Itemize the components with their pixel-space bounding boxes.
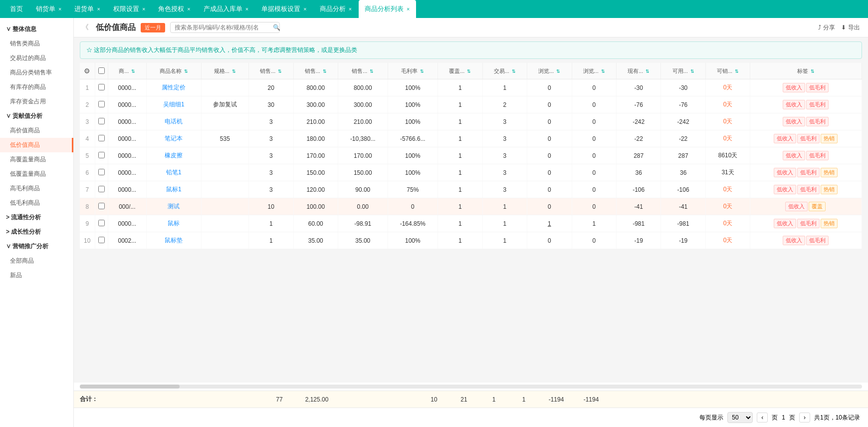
next-page-button[interactable]: › bbox=[799, 413, 810, 423]
export-button[interactable]: ⬇ 导出 bbox=[841, 23, 860, 32]
sidebar-item-low-coverage[interactable]: 低覆盖量商品 bbox=[0, 167, 73, 181]
trade-count: 3 bbox=[482, 147, 527, 164]
product-name[interactable]: 铅笔1 bbox=[147, 164, 202, 181]
settings-icon[interactable]: ⚙ bbox=[84, 67, 90, 75]
sidebar-item-category-rate[interactable]: 商品分类销售率 bbox=[0, 65, 73, 80]
margin-rate: -164.85% bbox=[388, 215, 438, 232]
close-icon[interactable]: × bbox=[245, 6, 248, 12]
sidebar-item-low-margin[interactable]: 低毛利商品 bbox=[0, 196, 73, 210]
nav-purchase-order[interactable]: 进货单 × bbox=[68, 0, 106, 18]
select-all-checkbox[interactable] bbox=[98, 67, 105, 74]
sidebar-group-circulation[interactable]: > 流通性分析 bbox=[0, 210, 73, 225]
sidebar-item-sales-products[interactable]: 销售类商品 bbox=[0, 36, 73, 51]
row-checkbox-cell[interactable] bbox=[95, 96, 108, 113]
close-icon[interactable]: × bbox=[142, 6, 145, 12]
sidebar-group-growth[interactable]: > 成长性分析 bbox=[0, 225, 73, 239]
row-checkbox-cell[interactable] bbox=[95, 181, 108, 198]
sidebar-item-stock-products[interactable]: 有库存的商品 bbox=[0, 80, 73, 94]
sidebar-group-overall[interactable]: ∨ 整体信息 bbox=[0, 22, 73, 36]
sidebar-item-high-margin[interactable]: 高毛利商品 bbox=[0, 181, 73, 196]
sidebar-item-new-products[interactable]: 新品 bbox=[0, 268, 73, 283]
available-stock: -106 bbox=[661, 181, 705, 198]
row-checkbox-cell[interactable] bbox=[95, 113, 108, 130]
current-stock: -19 bbox=[616, 232, 660, 249]
product-name[interactable]: 鼠标垫 bbox=[147, 232, 202, 249]
nav-permission[interactable]: 权限设置 × bbox=[107, 0, 151, 18]
sellable-days: 0天 bbox=[705, 96, 750, 113]
search-input[interactable] bbox=[170, 22, 280, 33]
row-checkbox[interactable] bbox=[98, 220, 105, 226]
sidebar-item-capital[interactable]: 库存资金占用 bbox=[0, 94, 73, 109]
nav-product-stock[interactable]: 产成品入库单 × bbox=[198, 0, 254, 18]
row-checkbox[interactable] bbox=[98, 135, 105, 141]
row-checkbox[interactable] bbox=[98, 169, 105, 175]
nav-role-auth[interactable]: 角色授权 × bbox=[152, 0, 196, 18]
sidebar-item-all-products[interactable]: 全部商品 bbox=[0, 254, 73, 268]
nav-template[interactable]: 单据模板设置 × bbox=[255, 0, 312, 18]
close-icon[interactable]: × bbox=[187, 6, 190, 12]
product-name[interactable]: 属性定价 bbox=[147, 79, 202, 96]
sidebar-item-high-value[interactable]: 高价值商品 bbox=[0, 123, 73, 138]
nav-sales-order[interactable]: 销货单 × bbox=[30, 0, 67, 18]
margin-rate: 100% bbox=[388, 113, 438, 130]
row-checkbox-cell[interactable] bbox=[95, 147, 108, 164]
footer-trade: 21 bbox=[449, 396, 479, 403]
prev-page-button[interactable]: ‹ bbox=[757, 413, 768, 423]
row-checkbox[interactable] bbox=[98, 101, 105, 107]
coverage: 1 bbox=[438, 232, 482, 249]
nav-product-analysis[interactable]: 商品分析 × bbox=[314, 0, 358, 18]
product-code: 0000... bbox=[108, 164, 147, 181]
row-checkbox-cell[interactable] bbox=[95, 130, 108, 147]
nav-home[interactable]: 首页 bbox=[4, 0, 29, 18]
row-checkbox[interactable] bbox=[98, 237, 105, 243]
page-size-select[interactable]: 50 100 200 bbox=[727, 412, 753, 423]
footer-coverage: 10 bbox=[419, 396, 449, 403]
sales-qty: 3 bbox=[249, 181, 293, 198]
scrollbar-area[interactable] bbox=[74, 383, 868, 391]
row-checkbox[interactable] bbox=[98, 186, 105, 192]
row-checkbox-cell[interactable] bbox=[95, 79, 108, 96]
col-trade: 交易... ⇅ bbox=[482, 63, 527, 79]
product-name[interactable]: 鼠标1 bbox=[147, 181, 202, 198]
time-tag-button[interactable]: 近一月 bbox=[141, 23, 165, 32]
col-code: 商... ⇅ bbox=[108, 63, 147, 79]
close-icon[interactable]: × bbox=[97, 6, 100, 12]
row-checkbox-cell[interactable] bbox=[95, 215, 108, 232]
product-name[interactable]: 吴细细1 bbox=[147, 96, 202, 113]
product-code: 0000... bbox=[108, 96, 147, 113]
product-name[interactable]: 电话机 bbox=[147, 113, 202, 130]
product-code: 0000... bbox=[108, 181, 147, 198]
share-button[interactable]: ⤴ 分享 bbox=[818, 23, 835, 32]
row-number: 1 bbox=[80, 79, 95, 96]
search-icon[interactable]: 🔍 bbox=[273, 24, 280, 31]
product-name[interactable]: 鼠标 bbox=[147, 215, 202, 232]
close-icon[interactable]: × bbox=[303, 6, 306, 12]
close-icon[interactable]: × bbox=[407, 6, 410, 12]
row-checkbox-cell[interactable] bbox=[95, 198, 108, 215]
sidebar-item-high-coverage[interactable]: 高覆盖量商品 bbox=[0, 152, 73, 167]
collapse-button[interactable]: 《 bbox=[82, 23, 89, 32]
row-checkbox[interactable] bbox=[98, 203, 105, 209]
page-label: 页 bbox=[772, 414, 778, 422]
product-name[interactable]: 测试 bbox=[147, 198, 202, 215]
product-name[interactable]: 橡皮擦 bbox=[147, 147, 202, 164]
row-checkbox[interactable] bbox=[98, 84, 105, 90]
sidebar-item-traded-products[interactable]: 交易过的商品 bbox=[0, 51, 73, 65]
close-icon[interactable]: × bbox=[349, 6, 352, 12]
sales-amount: 35.00 bbox=[293, 232, 338, 249]
product-name[interactable]: 笔记本 bbox=[147, 130, 202, 147]
row-checkbox-cell[interactable] bbox=[95, 232, 108, 249]
margin-rate: -5766.6... bbox=[388, 130, 438, 147]
main-layout: ∨ 整体信息 销售类商品 交易过的商品 商品分类销售率 有库存的商品 库存资金占… bbox=[0, 18, 868, 427]
sidebar-group-marketing[interactable]: ∨ 营销推广分析 bbox=[0, 239, 73, 254]
close-icon[interactable]: × bbox=[58, 6, 61, 12]
nav-product-analysis-list[interactable]: 商品分析列表 × bbox=[359, 0, 416, 18]
row-checkbox[interactable] bbox=[98, 118, 105, 124]
sidebar-item-low-value[interactable]: 低价值商品 bbox=[0, 138, 73, 152]
sales-profit: -98.91 bbox=[338, 215, 388, 232]
col-coverage: 覆盖... ⇅ bbox=[438, 63, 482, 79]
sidebar-group-contribution[interactable]: ∨ 贡献值分析 bbox=[0, 109, 73, 123]
sales-profit: 170.00 bbox=[338, 147, 388, 164]
row-checkbox-cell[interactable] bbox=[95, 164, 108, 181]
row-checkbox[interactable] bbox=[98, 152, 105, 158]
